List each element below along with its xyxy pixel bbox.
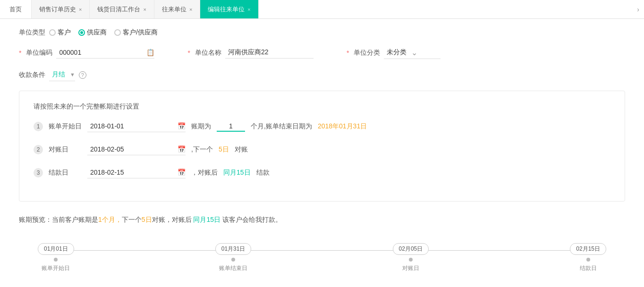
payment-condition-select[interactable]: 月结 ▼ (49, 68, 75, 81)
timeline-desc-2: 账单结束日 (219, 264, 247, 272)
radio-group: 客户 供应商 客户/供应商 (49, 28, 158, 37)
tab-sales-history-label: 销售订单历史 (39, 5, 76, 14)
tab-edit-partner[interactable]: 编辑往来单位 × (200, 0, 258, 18)
tab-sales-history[interactable]: 销售订单历史 × (32, 0, 90, 18)
tab-sales-history-close[interactable]: × (79, 7, 82, 12)
payment-date-input-wrapper: 📅 (87, 167, 186, 178)
row-label-2: 对账日 (49, 145, 82, 154)
main-content: 单位类型 客户 供应商 客户/供应商 * 单位编码 (0, 19, 644, 287)
payment-prefix: ，对账后 (191, 169, 218, 177)
tab-edit-partner-close[interactable]: × (247, 7, 250, 12)
preview-highlight3: 同月15日 (193, 216, 220, 223)
unit-category-dropdown-icon[interactable]: ⌄ (411, 48, 417, 57)
unit-category-value: 未分类 (384, 46, 409, 59)
row-label-3: 结款日 (49, 169, 82, 177)
start-date-input-wrapper: 📅 (87, 120, 186, 132)
payment-condition-arrow: ▼ (70, 72, 75, 77)
tab-bar-more[interactable]: › (632, 0, 644, 18)
preview-highlight1: 1个月， (98, 216, 122, 223)
reconcile-date-input-wrapper: 📅 (87, 144, 186, 155)
start-date-calendar-icon[interactable]: 📅 (178, 122, 186, 130)
radio-customer-circle (49, 29, 56, 36)
payment-suffix: 结款 (256, 169, 270, 177)
payment-date-input[interactable] (87, 167, 176, 178)
timeline-dot-1 (54, 258, 58, 262)
unit-code-icon[interactable]: 📋 (146, 49, 154, 56)
card-section: 请按照未来的一个完整帐期进行设置 1 账单开始日 📅 账期为 个月,账单结束日期… (19, 91, 625, 202)
timeline-desc-4: 结款日 (580, 264, 597, 272)
timeline-point-3: 02月05日 对账日 (393, 243, 429, 272)
reconcile-prefix: ,下一个 (191, 145, 213, 154)
tab-cash-work-label: 钱货日清工作台 (97, 5, 140, 14)
radio-customer[interactable]: 客户 (49, 28, 71, 37)
reconcile-date-input[interactable] (87, 144, 176, 155)
timeline-dot-2 (231, 258, 235, 262)
payment-condition-group: 收款条件 月结 ▼ ? (19, 68, 86, 81)
timeline-label-3: 02月05日 (393, 243, 429, 255)
preview-middle2: 对账，对账后 (152, 216, 192, 223)
payment-highlight: 同月15日 (223, 169, 251, 177)
preview-highlight2: 5日 (142, 216, 152, 223)
unit-code-label: 单位编码 (26, 49, 52, 57)
timeline-point-2: 01月31日 账单结束日 (215, 243, 252, 272)
timeline-point-1: 01月01日 账单开始日 (38, 243, 74, 272)
radio-supplier-label: 供应商 (87, 28, 107, 37)
tab-bar: 首页 销售订单历史 × 钱货日清工作台 × 往来单位 × 编辑往来单位 × › (0, 0, 644, 19)
tab-cash-work[interactable]: 钱货日清工作台 × (90, 0, 154, 18)
unit-code-star: * (19, 49, 21, 57)
timeline-desc-1: 账单开始日 (42, 264, 70, 272)
timeline-container: 01月01日 账单开始日 01月31日 账单结束日 02月05日 对账日 02月… (19, 238, 625, 287)
unit-category-label: 单位分类 (354, 49, 380, 57)
timeline-label-2: 01月31日 (215, 243, 252, 255)
reconcile-date-calendar-icon[interactable]: 📅 (178, 145, 186, 153)
unit-code-group: * 单位编码 📋 (19, 47, 154, 59)
radio-supplier-circle (78, 29, 85, 36)
row-num-1: 1 (34, 122, 43, 131)
period-end-date: 2018年01月31日 (318, 122, 367, 131)
unit-name-group: * 单位名称 (187, 47, 313, 59)
tab-home[interactable]: 首页 (0, 0, 32, 18)
payment-condition-label: 收款条件 (19, 71, 45, 79)
radio-both-circle (114, 29, 121, 36)
preview-prefix: 账期预览：当前客户账期是 (19, 216, 98, 223)
preview-section: 账期预览：当前客户账期是1个月，下一个5日对账，对账后 同月15日 该客户会给我… (19, 211, 625, 229)
unit-type-group: 单位类型 客户 供应商 客户/供应商 (19, 28, 158, 37)
unit-type-row: 单位类型 客户 供应商 客户/供应商 (19, 28, 625, 37)
radio-customer-label: 客户 (58, 28, 71, 37)
reconcile-highlight: 5日 (219, 145, 229, 154)
period-prefix: 账期为 (191, 122, 211, 131)
unit-name-label: 单位名称 (195, 49, 221, 57)
unit-info-row: * 单位编码 📋 * 单位名称 * 单位分类 未分类 ⌄ (19, 46, 625, 59)
timeline-points: 01月01日 账单开始日 01月31日 账单结束日 02月05日 对账日 02月… (38, 243, 606, 272)
tab-cash-work-close[interactable]: × (143, 7, 146, 12)
radio-both-label: 客户/供应商 (123, 28, 158, 37)
row-num-3: 3 (34, 168, 43, 177)
unit-name-input[interactable] (225, 47, 314, 59)
tab-partner[interactable]: 往来单位 × (154, 0, 200, 18)
unit-code-input[interactable] (56, 47, 144, 58)
period-value-input[interactable] (217, 121, 245, 132)
unit-name-star: * (187, 49, 190, 57)
preview-suffix: 该客户会给我打款。 (222, 216, 282, 223)
timeline-point-4: 02月15日 结款日 (570, 243, 606, 272)
period-unit: 个月,账单结束日期为 (251, 122, 312, 131)
tab-edit-partner-label: 编辑往来单位 (208, 5, 245, 14)
payment-condition-value: 月结 (49, 68, 68, 81)
setting-row-2: 2 对账日 📅 ,下一个 5日 对账 (34, 144, 610, 155)
timeline-dot-3 (409, 258, 413, 262)
payment-help-icon[interactable]: ? (79, 71, 86, 79)
tab-partner-close[interactable]: × (189, 7, 192, 12)
setting-row-3: 3 结款日 📅 ，对账后 同月15日 结款 (34, 167, 610, 178)
timeline-label-4: 02月15日 (570, 243, 606, 255)
unit-category-select[interactable]: 未分类 ⌄ (384, 46, 441, 59)
row-num-2: 2 (34, 145, 43, 154)
radio-supplier[interactable]: 供应商 (78, 28, 107, 37)
tab-partner-label: 往来单位 (162, 5, 186, 14)
start-date-input[interactable] (87, 120, 176, 132)
payment-date-calendar-icon[interactable]: 📅 (178, 169, 186, 176)
card-title: 请按照未来的一个完整帐期进行设置 (34, 102, 610, 111)
timeline-desc-3: 对账日 (402, 264, 419, 272)
unit-code-input-wrapper: 📋 (56, 47, 154, 59)
row-label-1: 账单开始日 (49, 122, 82, 131)
radio-both[interactable]: 客户/供应商 (114, 28, 158, 37)
